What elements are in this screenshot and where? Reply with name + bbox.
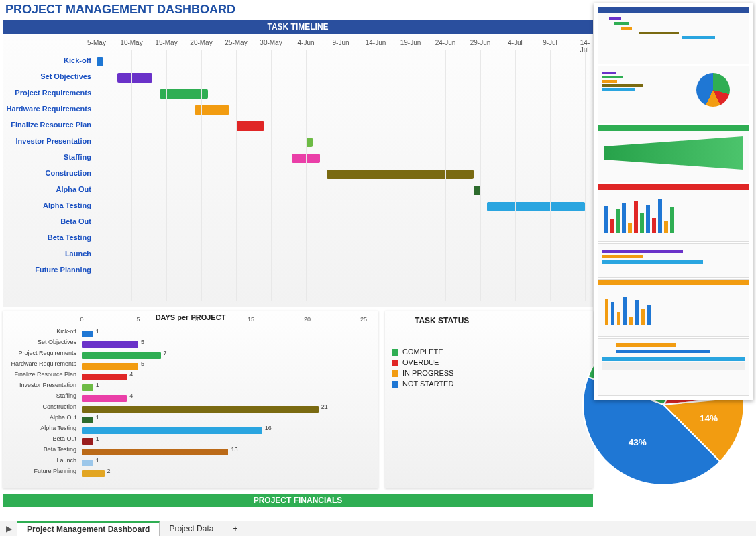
gantt-bar: [306, 138, 313, 147]
gantt-row-label: Investor Presentation: [3, 137, 91, 145]
gantt-bar: [117, 73, 152, 83]
gantt-bar: [236, 121, 264, 131]
gantt-row-label: Kick-off: [3, 56, 91, 64]
financials-header: PROJECT FINANCIALS: [3, 494, 593, 507]
thumb-days-status: [598, 66, 749, 123]
gantt-row-label: Alpha Out: [3, 185, 91, 193]
thumb-bars: [598, 243, 749, 278]
thumb-financials: [598, 125, 749, 182]
thumb-orange: [598, 279, 749, 337]
days-per-project-chart: DAYS per PROJECT 0510152025 Kick-off1Set…: [3, 311, 378, 488]
gantt-bar: [487, 202, 585, 211]
gantt-row-label: Staffing: [3, 153, 91, 161]
gantt-row-label: Hardware Requirements: [3, 105, 91, 113]
svg-text:43%: 43%: [629, 437, 647, 447]
add-sheet-button[interactable]: +: [223, 524, 247, 533]
tab-project-data[interactable]: Project Data: [160, 522, 223, 535]
gantt-row-label: Beta Testing: [3, 233, 91, 242]
gantt-chart: 5-May10-May15-May20-May25-May30-May4-Jun…: [3, 35, 593, 307]
sheet-tab-bar: ▶ Project Management Dashboard Project D…: [0, 521, 756, 536]
legend-item: OVERDUE: [392, 358, 593, 366]
gantt-row-label: Project Requirements: [3, 89, 91, 97]
legend-item: COMPLETE: [392, 347, 593, 356]
thumb-columns: [598, 184, 749, 242]
legend-item: IN PROGRESS: [392, 369, 593, 377]
gantt-bar: [474, 186, 480, 195]
task-status-chart: TASK STATUS COMPLETEOVERDUEIN PROGRESSNO…: [385, 311, 593, 488]
tab-scroll-button[interactable]: ▶: [0, 524, 17, 533]
gantt-row-label: Alpha Testing: [3, 201, 91, 209]
gantt-row-label: Future Planning: [3, 266, 91, 274]
preview-thumbnail-strip: [594, 3, 753, 400]
thumb-table: [598, 338, 749, 396]
svg-text:14%: 14%: [700, 413, 718, 423]
gantt-row-label: Launch: [3, 250, 91, 258]
gantt-bar: [97, 57, 103, 66]
gantt-row-label: Construction: [3, 169, 91, 177]
thumb-timeline: [598, 7, 749, 64]
gantt-row-label: Finalize Resource Plan: [3, 121, 91, 129]
timeline-header: TASK TIMELINE: [3, 20, 593, 34]
gantt-bar: [195, 105, 229, 115]
tab-project-management-dashboard[interactable]: Project Management Dashboard: [17, 521, 160, 536]
gantt-row-label: Set Objectives: [3, 72, 91, 81]
gantt-row-label: Beta Out: [3, 217, 91, 225]
legend-item: NOT STARTED: [392, 380, 593, 388]
gantt-bar: [327, 170, 473, 179]
